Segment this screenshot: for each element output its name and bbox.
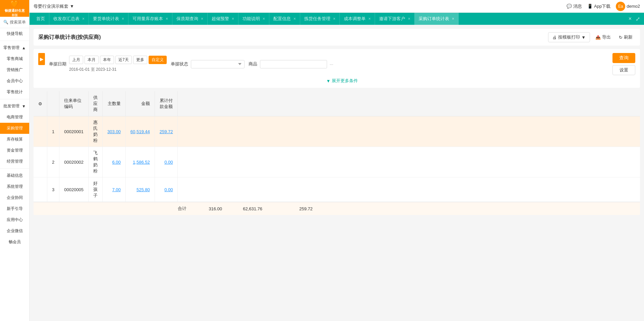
filter-actions-col: 查询 设置 (612, 53, 635, 75)
sidebar-item-app-center[interactable]: 应用中心 (0, 214, 29, 225)
tab-home[interactable]: 首页 (32, 13, 49, 25)
table-row[interactable]: 2 00020002 飞鹤奶粉 6.00 1,586.52 0.00 (34, 147, 640, 177)
tab-collect-send[interactable]: 收发存汇总表 × (49, 13, 89, 25)
table-body: 1 00020001 惠氏奶粉 303.00 60,519.44 259.72 (34, 116, 640, 202)
date-btn-custom[interactable]: 自定义 (149, 56, 167, 64)
tab-close-icon-4[interactable]: × (201, 16, 203, 21)
col-qty: 主数量 (103, 91, 126, 116)
sidebar-item-ecommerce[interactable]: 电商管理 (0, 112, 29, 123)
tab-close-icon-2[interactable]: × (122, 16, 124, 21)
tab-close-icon-10[interactable]: × (408, 16, 410, 21)
sidebar-item-retail-stats[interactable]: 零售统计 (0, 87, 29, 98)
sidebar-item-retail-mgmt[interactable]: 零售管理 ▲ (0, 42, 29, 53)
message-btn[interactable]: 💬 消息 (567, 3, 582, 9)
sidebar-item-marketing[interactable]: 营销推广 (0, 64, 29, 75)
settings-btn[interactable]: 设置 (612, 65, 635, 75)
search-menu[interactable]: 🔍 搜索菜单 (0, 17, 29, 28)
account-selector[interactable]: 母婴行业演示账套 ▼ (34, 3, 74, 9)
sidebar-item-operations[interactable]: 经营管理 (0, 156, 29, 167)
tab-function-desc[interactable]: 功能说明 × (238, 13, 269, 25)
tab-picking-task[interactable]: 拣货任务管理 × (300, 13, 340, 25)
sidebar-item-enterprise[interactable]: 企业协同 (0, 192, 29, 203)
tab-bar: 首页 收发存汇总表 × 要货单统计表 × 可用量库存账本 × 保质期查询 × 超… (30, 13, 644, 25)
chevron-up-icon: ▲ (22, 46, 26, 50)
date-btn-this-year[interactable]: 本年 (100, 56, 114, 64)
top-bar-left: 母婴行业演示账套 ▼ (34, 3, 74, 9)
sidebar-item-finance[interactable]: 资金管理 (0, 145, 29, 156)
filter-goods-item: 商品 ··· (249, 60, 333, 68)
sidebar-item-enterprise-wechat[interactable]: 企业微信 (0, 225, 29, 236)
tab-close-icon-6[interactable]: × (263, 16, 265, 21)
row-amount-2: 1,586.52 (125, 147, 155, 177)
sidebar-item-basic-info[interactable]: 基础信息 (0, 170, 29, 181)
quick-nav-label: 快捷导航 (7, 31, 23, 37)
date-btn-last-month[interactable]: 上月 (69, 56, 83, 64)
row-unit-code-1: 00020001 (59, 116, 89, 147)
table-footer: 合计 316.00 62,631.76 259.72 (34, 202, 640, 215)
row-paid-link-3[interactable]: 0.00 (164, 187, 173, 192)
row-paid-link-2[interactable]: 0.00 (164, 160, 173, 165)
sidebar-item-vip[interactable]: 畅会员 (0, 236, 29, 248)
sidebar-item-system-mgmt[interactable]: 系统管理 (0, 181, 29, 192)
row-amount-link-1[interactable]: 60,519.44 (130, 129, 150, 134)
filter-expand-arrow[interactable]: ▶ (38, 53, 45, 65)
export-btn[interactable]: 📤 导出 (593, 33, 613, 42)
tab-inventory-ledger-label: 可用量库存账本 (132, 16, 163, 22)
app-download-icon: 📱 (587, 4, 593, 9)
row-paid-3: 0.00 (155, 177, 178, 202)
user-profile[interactable]: Ea demo2 (616, 2, 640, 11)
tab-validity-query[interactable]: 保质期查询 × (172, 13, 208, 25)
table-row[interactable]: 1 00020001 惠氏奶粉 303.00 60,519.44 259.72 (34, 116, 640, 147)
sidebar-item-new-guide[interactable]: 新手引导 (0, 203, 29, 214)
sidebar-item-quick-nav[interactable]: 快捷导航 (0, 28, 29, 39)
sidebar-item-wholesale-mgmt[interactable]: 批发管理 ▼ (0, 101, 29, 112)
row-paid-link-1[interactable]: 259.72 (160, 129, 173, 134)
account-name: 母婴行业演示账套 (34, 3, 68, 9)
tab-invite-downstream[interactable]: 邀请下游客户 × (375, 13, 415, 25)
tab-inventory-ledger[interactable]: 可用量库存账本 × (128, 13, 172, 25)
tab-close-icon-5[interactable]: × (232, 16, 234, 21)
tab-close-icon[interactable]: × (82, 16, 85, 21)
tab-close-icon-3[interactable]: × (166, 16, 168, 21)
tab-close-icon-11[interactable]: × (452, 16, 454, 21)
tab-purchase-stats[interactable]: 要货单统计表 × (89, 13, 128, 25)
query-btn[interactable]: 查询 (612, 53, 635, 63)
table-row[interactable]: 3 00020005 好孩子 7.00 525.80 0.00 (34, 177, 640, 202)
tab-function-desc-label: 功能说明 (243, 16, 260, 22)
row-qty-link-2[interactable]: 6.00 (112, 160, 121, 165)
app-download-btn[interactable]: 📱 App下载 (587, 3, 610, 9)
sidebar-item-label-retail-mgmt: 零售管理 (3, 45, 19, 51)
expand-more-btn[interactable]: ▼ 展开更多条件 (49, 78, 635, 84)
tab-cost-adjust[interactable]: 成本调整单 × (340, 13, 375, 25)
row-amount-link-2[interactable]: 1,586.52 (133, 160, 150, 165)
date-btn-more[interactable]: 更多 (133, 56, 147, 64)
sidebar-item-label-marketing: 营销推广 (7, 67, 23, 73)
sidebar-item-retail-mall[interactable]: 零售商城 (0, 53, 29, 64)
row-qty-link-1[interactable]: 303.00 (107, 129, 121, 134)
tab-fullscreen-btn[interactable]: ⤢ (634, 14, 641, 23)
tab-surplus-warning[interactable]: 超储预警 × (208, 13, 238, 25)
print-btn[interactable]: 🖨 按模板打印 ▼ (548, 32, 590, 42)
sidebar-item-purchase-mgmt[interactable]: 采购管理 (0, 123, 29, 134)
row-qty-link-3[interactable]: 7.00 (112, 187, 121, 192)
row-amount-link-3[interactable]: 525.80 (137, 187, 150, 192)
tab-purchase-order-stats[interactable]: 采购订单统计表 × (415, 13, 459, 25)
sidebar-item-member-center[interactable]: 会员中心 (0, 75, 29, 87)
sidebar-divider-3 (0, 168, 29, 169)
refresh-btn[interactable]: ↻ 刷新 (616, 33, 635, 42)
tab-close-icon-9[interactable]: × (368, 16, 371, 21)
date-btn-this-month[interactable]: 本月 (85, 56, 99, 64)
tab-close-all-btn[interactable]: × (627, 14, 633, 23)
filter-status-select[interactable] (191, 60, 245, 68)
row-extra-1 (178, 116, 640, 147)
date-btn-7days[interactable]: 近7天 (115, 56, 132, 64)
tab-config-info[interactable]: 配置信息 × (269, 13, 300, 25)
tab-close-icon-8[interactable]: × (333, 16, 335, 21)
filter-goods-input[interactable] (260, 60, 327, 68)
date-btns-row: 上月 本月 本年 近7天 更多 自定义 (69, 56, 167, 64)
tab-close-icon-7[interactable]: × (293, 16, 296, 21)
filter-area: ▶ 单据日期 上月 本月 本年 近7天 (34, 49, 640, 88)
filter-goods-more[interactable]: ··· (330, 62, 333, 67)
col-settings[interactable]: ⚙ (34, 91, 47, 116)
sidebar-item-inventory[interactable]: 库存核算 (0, 134, 29, 145)
